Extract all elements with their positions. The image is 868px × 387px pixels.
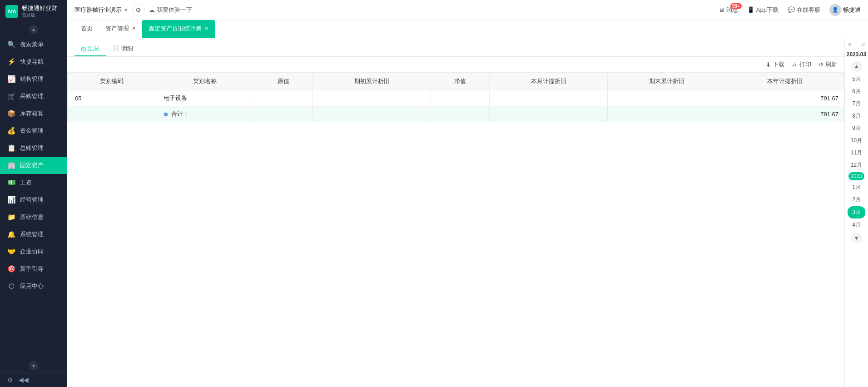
subtotal-code <box>68 106 156 122</box>
scroll-down-arrow[interactable]: ▼ <box>29 361 38 370</box>
content-main: ◎ 汇总 📄 明细 ⬇ 下载 🖨 打印 ↺ <box>67 38 844 387</box>
table-header-row: 类别编码 类别名称 原值 期初累计折旧 净值 本月计提折旧 期末累计折旧 本年计… <box>68 73 844 90</box>
sidebar-item-basic-info[interactable]: 📁 基础信息 <box>0 208 67 226</box>
sales-icon: 📈 <box>7 75 15 83</box>
experience-label: 我要体验一下 <box>157 6 192 14</box>
purchase-icon: 🛒 <box>7 92 15 100</box>
sidebar-item-system[interactable]: 🔔 系统管理 <box>0 226 67 243</box>
scroll-up-arrow[interactable]: ▲ <box>29 25 38 34</box>
right-panel-close[interactable]: ✕ <box>848 42 852 48</box>
right-panel: ✕ ⤢ 2023.03 ▲ 5月 6月 7月 8月 9月 10月 11月 12月… <box>844 38 868 387</box>
month-6[interactable]: 6月 <box>845 85 868 98</box>
sidebar-item-inventory[interactable]: 📦 库存核算 <box>0 105 67 122</box>
inventory-icon: 📦 <box>7 109 15 118</box>
message-button[interactable]: 🖥 消息 99+ <box>719 6 738 14</box>
download-button[interactable]: ⬇ 下载 <box>766 60 784 69</box>
print-button[interactable]: 🖨 打印 <box>792 60 811 69</box>
col-original: 原值 <box>254 73 312 90</box>
sub-tab-summary[interactable]: ◎ 汇总 <box>74 42 106 56</box>
sidebar-item-search[interactable]: 🔍 搜索菜单 <box>0 36 67 53</box>
panel-nav-up[interactable]: ▲ <box>851 61 862 72</box>
company-selector[interactable]: 医疗器械行业演示 ▼ <box>74 6 129 14</box>
refresh-button[interactable]: ↺ 刷新 <box>818 60 837 69</box>
detail-tab-icon: 📄 <box>112 45 119 52</box>
sidebar-logo: AtA 畅捷通好业财 普及版 <box>0 0 67 23</box>
subtotal-net <box>431 106 490 122</box>
tab-home[interactable]: 首页 <box>74 20 99 38</box>
month-2[interactable]: 2月 <box>845 194 868 206</box>
row-original <box>254 90 312 106</box>
depreciation-table: 类别编码 类别名称 原值 期初累计折旧 净值 本月计提折旧 期末累计折旧 本年计… <box>67 72 844 122</box>
right-panel-header: ✕ ⤢ <box>845 40 868 50</box>
month-4[interactable]: 4月 <box>845 219 868 231</box>
sidebar-item-operations[interactable]: 📊 经营管理 <box>0 191 67 208</box>
year-2023[interactable]: 2023 <box>848 172 864 180</box>
month-3-current[interactable]: 3月 <box>848 206 865 218</box>
experience-button[interactable]: ☁ 我要体验一下 <box>149 6 192 14</box>
refresh-icon: ↺ <box>818 61 823 68</box>
tab-depreciation-table[interactable]: 固定资产折旧统计表 ✕ <box>142 20 215 38</box>
sidebar-item-quick-nav[interactable]: ⚡ 快捷导航 <box>0 53 67 70</box>
customer-service-button[interactable]: 💬 在线客服 <box>788 6 820 14</box>
main-area: 医疗器械行业演示 ▼ ⚙ ☁ 我要体验一下 🖥 消息 99+ 📱 App下载 💬… <box>67 0 868 387</box>
enterprise-icon: 🤝 <box>7 248 15 256</box>
row-name: 电子设备 <box>156 90 254 106</box>
quick-nav-icon: ⚡ <box>7 58 15 66</box>
app-download-label: App下载 <box>756 6 779 14</box>
sidebar-item-ledger[interactable]: 📋 总账管理 <box>0 139 67 157</box>
month-5[interactable]: 5月 <box>845 73 868 85</box>
row-end-accum <box>608 90 726 106</box>
settings-icon[interactable]: ⚙ <box>7 376 13 383</box>
sidebar-item-finance[interactable]: 💰 资金管理 <box>0 122 67 139</box>
sidebar-item-purchase[interactable]: 🛒 采购管理 <box>0 88 67 105</box>
tab-close-asset-mgmt[interactable]: ✕ <box>132 25 136 31</box>
scroll-down-indicator[interactable]: ▼ <box>0 359 67 372</box>
month-11[interactable]: 11月 <box>845 147 868 159</box>
subtotal-annual: 791.67 <box>726 106 844 122</box>
month-7[interactable]: 7月 <box>845 98 868 110</box>
company-dropdown-icon: ▼ <box>124 7 129 13</box>
subtotal-initial-accum <box>312 106 431 122</box>
customer-service-icon: 💬 <box>788 6 795 13</box>
sidebar-item-guide[interactable]: 🎯 新手引导 <box>0 260 67 278</box>
app-download-button[interactable]: 📱 App下载 <box>747 6 779 14</box>
fixed-assets-icon: 🏢 <box>7 161 15 169</box>
tab-close-depreciation[interactable]: ✕ <box>204 25 208 31</box>
settings-button[interactable]: ⚙ <box>132 4 145 16</box>
user-avatar: 👤 <box>829 4 841 16</box>
col-code: 类别编码 <box>68 73 156 90</box>
panel-nav-down[interactable]: ▼ <box>851 233 862 243</box>
payroll-icon: 💵 <box>7 179 15 187</box>
month-12[interactable]: 12月 <box>845 159 868 171</box>
collapse-icon[interactable]: ◀◀ <box>19 376 29 383</box>
sidebar-item-enterprise[interactable]: 🤝 企业协同 <box>0 243 67 260</box>
header-right: 🖥 消息 99+ 📱 App下载 💬 在线客服 👤 畅捷通 <box>719 4 861 16</box>
sidebar-item-app-center[interactable]: ⬡ 应用中心 <box>0 278 67 295</box>
tab-asset-mgmt[interactable]: 资产管理 ✕ <box>99 20 142 38</box>
month-9[interactable]: 9月 <box>845 122 868 134</box>
table-subtotal-row: ◼ 合计： 791.67 <box>68 106 844 122</box>
app-logo-text: 畅捷通好业财 普及版 <box>22 5 57 18</box>
tab-bar: 首页 资产管理 ✕ 固定资产折旧统计表 ✕ <box>67 20 868 38</box>
cloud-icon: ☁ <box>149 6 155 14</box>
sidebar-item-fixed-assets[interactable]: 🏢 固定资产 <box>0 157 67 174</box>
customer-service-label: 在线客服 <box>797 6 820 14</box>
right-panel-expand[interactable]: ⤢ <box>861 42 865 48</box>
month-1[interactable]: 1月 <box>845 181 868 194</box>
col-net: 净值 <box>431 73 490 90</box>
row-code: 05 <box>68 90 156 106</box>
col-initial-accum: 期初累计折旧 <box>312 73 431 90</box>
summary-tab-icon: ◎ <box>81 45 86 52</box>
user-profile[interactable]: 👤 畅捷通 <box>829 4 861 16</box>
subtotal-end-accum <box>608 106 726 122</box>
system-icon: 🔔 <box>7 230 15 238</box>
sidebar-item-payroll[interactable]: 💵 工资 <box>0 174 67 191</box>
row-annual: 791.67 <box>726 90 844 106</box>
month-8[interactable]: 8月 <box>845 110 868 122</box>
month-10[interactable]: 10月 <box>845 134 868 147</box>
sub-tab-detail[interactable]: 📄 明细 <box>106 42 139 56</box>
scroll-up-indicator[interactable]: ▲ <box>0 23 67 36</box>
sidebar-item-sales[interactable]: 📈 销售管理 <box>0 70 67 88</box>
guide-icon: 🎯 <box>7 265 15 273</box>
finance-icon: 💰 <box>7 127 15 135</box>
